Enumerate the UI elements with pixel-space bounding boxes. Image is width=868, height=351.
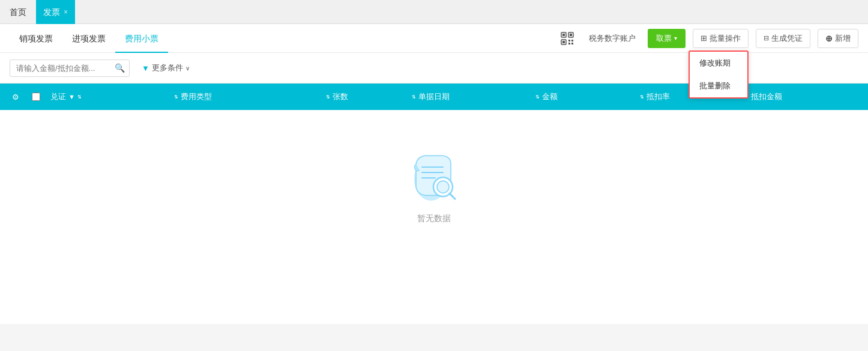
- sidebar-item-sales[interactable]: 销项发票: [10, 24, 62, 53]
- svg-line-13: [450, 194, 455, 199]
- tax-account-button[interactable]: 税务数字账户: [584, 33, 640, 44]
- date-sort-icon: ⇅: [412, 94, 416, 100]
- search-wrap: 🔍: [10, 60, 130, 77]
- svg-rect-5: [562, 41, 565, 43]
- more-conditions-button[interactable]: ▼ 更多条件 ∨: [137, 59, 194, 77]
- count-sort-icon: ⇅: [326, 94, 330, 100]
- tab-invoice[interactable]: 发票 ×: [36, 0, 75, 24]
- qr-code-button[interactable]: [558, 29, 577, 48]
- tab-invoice-close[interactable]: ×: [64, 0, 68, 24]
- th-count: ⇅ 张数: [321, 91, 407, 102]
- take-ticket-dropdown-arrow: ▾: [674, 35, 677, 41]
- th-amount: ⇅ 金额: [531, 91, 635, 102]
- search-input[interactable]: [10, 60, 130, 77]
- th-voucher: 兑证 ▼ ⇅: [46, 91, 169, 102]
- svg-point-12: [437, 181, 449, 193]
- tab-home[interactable]: 首页: [0, 0, 36, 24]
- filter-icon: ▼: [142, 64, 149, 73]
- sub-nav-right: 税务数字账户 取票 ▾ ⊞ 批量操作 修改账期 批量删除 ⊟ 生成凭证 ⊕ 新增: [558, 29, 858, 48]
- svg-rect-7: [571, 40, 573, 41]
- dropdown-item-batch-delete[interactable]: 批量删除: [690, 75, 747, 97]
- add-icon: ⊕: [825, 34, 833, 43]
- gen-voucher-icon: ⊟: [764, 34, 769, 42]
- sidebar-item-input[interactable]: 进项发票: [62, 24, 115, 53]
- batch-op-dropdown-menu: 修改账期 批量删除: [689, 50, 749, 99]
- batch-op-icon: ⊞: [701, 34, 707, 43]
- add-button[interactable]: ⊕ 新增: [818, 29, 858, 48]
- svg-rect-1: [562, 34, 565, 36]
- empty-icon: [404, 146, 464, 206]
- th-deduct-amount: ⇅ 抵扣金额: [740, 91, 863, 102]
- select-all-checkbox[interactable]: [32, 93, 40, 101]
- amount-sort-icon: ⇅: [535, 94, 540, 100]
- batch-op-wrapper: ⊞ 批量操作 修改账期 批量删除: [693, 29, 749, 48]
- dropdown-item-modify-period[interactable]: 修改账期: [690, 52, 747, 75]
- voucher-sort[interactable]: ⇅: [77, 94, 82, 100]
- empty-state: 暂无数据: [0, 110, 868, 260]
- take-ticket-button[interactable]: 取票 ▾: [648, 29, 686, 48]
- voucher-filter-icon[interactable]: ▼: [68, 93, 75, 100]
- th-date: ⇅ 单据日期: [407, 91, 531, 102]
- expense-type-sort-icon: ⇅: [174, 94, 178, 100]
- sidebar-item-expense[interactable]: 费用小票: [115, 24, 168, 53]
- more-conditions-chevron: ∨: [185, 65, 190, 72]
- batch-op-button[interactable]: ⊞ 批量操作: [693, 29, 749, 48]
- sub-nav-left: 销项发票 进项发票 费用小票: [10, 24, 168, 53]
- top-tab-bar: 首页 发票 ×: [0, 0, 868, 24]
- svg-rect-6: [568, 40, 570, 41]
- gear-icon: ⚙: [12, 93, 19, 102]
- search-icon: 🔍: [115, 63, 125, 73]
- svg-rect-9: [571, 43, 573, 44]
- sub-nav: 销项发票 进项发票 费用小票 税务数字账户 取票 ▾: [0, 24, 868, 53]
- content-area: ⚙ 兑证 ▼ ⇅ ⇅ 费用类型 ⇅ 张数 ⇅ 单据日期 ⇅ 金额 ⇅ 抵扣率: [0, 84, 868, 324]
- svg-rect-3: [570, 34, 572, 36]
- gen-voucher-button[interactable]: ⊟ 生成凭证: [756, 29, 810, 48]
- th-expense-type: ⇅ 费用类型: [169, 91, 321, 102]
- svg-rect-8: [568, 43, 570, 44]
- th-settings[interactable]: ⚙: [5, 93, 26, 102]
- th-checkbox[interactable]: [26, 93, 46, 101]
- deduct-rate-sort-icon: ⇅: [640, 94, 644, 100]
- empty-state-text: 暂无数据: [417, 213, 451, 224]
